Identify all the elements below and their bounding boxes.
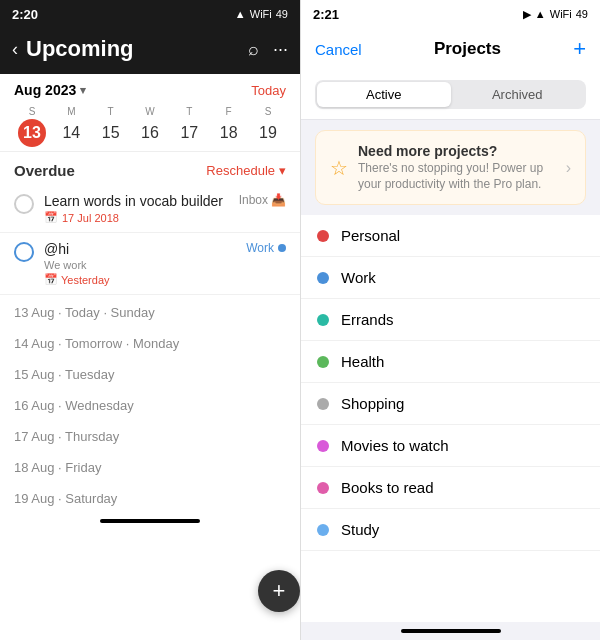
search-icon[interactable]: ⌕ — [248, 39, 259, 60]
left-scroll: Overdue Reschedule ▾ Learn words in voca… — [0, 152, 300, 640]
project-name: Health — [341, 353, 384, 370]
home-bar — [100, 519, 200, 523]
task-subtitle: We work — [44, 259, 236, 271]
projects-list: Personal Work Errands Health Shopping Mo… — [301, 215, 600, 622]
month-row: Aug 2023 ▾ Today — [14, 82, 286, 98]
date-section: Aug 2023 ▾ Today S 13 M 14 T 15 W 16 — [0, 74, 300, 152]
left-status-icons: ▲ WiFi 49 — [235, 8, 288, 20]
signal-icon: ▲ — [535, 8, 546, 20]
back-button[interactable]: ‹ — [12, 39, 18, 60]
date-divider-6: 18 Aug · Friday — [0, 450, 300, 481]
inbox-icon: 📥 — [271, 193, 286, 207]
chevron-down-icon: ▾ — [279, 163, 286, 178]
right-header: Cancel Projects + — [301, 28, 600, 72]
calendar-icon: 📅 — [44, 211, 58, 224]
star-icon: ☆ — [330, 156, 348, 180]
day-18[interactable]: 18 — [215, 119, 243, 147]
day-col-mon[interactable]: M 14 — [53, 106, 89, 147]
project-item-2[interactable]: Errands — [301, 299, 600, 341]
day-col-sun[interactable]: S 13 — [14, 106, 50, 147]
home-bar-right — [401, 629, 501, 633]
left-header: ‹ Upcoming ⌕ ··· — [0, 28, 300, 74]
task-project-badge: Work — [246, 241, 286, 255]
tab-archived[interactable]: Archived — [451, 82, 585, 107]
left-time: 2:20 — [12, 7, 38, 22]
overdue-section: Overdue Reschedule ▾ — [0, 152, 300, 185]
task-content: Learn words in vocab builder 📅 17 Jul 20… — [44, 193, 229, 224]
project-item-0[interactable]: Personal — [301, 215, 600, 257]
segment-wrapper: Active Archived — [315, 80, 586, 109]
day-col-thu[interactable]: T 17 — [171, 106, 207, 147]
segment-control: Active Archived — [301, 72, 600, 120]
day-col-sat[interactable]: S 19 — [250, 106, 286, 147]
work-label: Work — [246, 241, 274, 255]
right-status-bar: 2:21 ▶ ▲ WiFi 49 — [301, 0, 600, 28]
date-divider-1: 13 Aug · Today · Sunday — [0, 295, 300, 326]
chevron-down-icon: ▾ — [80, 84, 86, 97]
day-15[interactable]: 15 — [97, 119, 125, 147]
project-dot — [317, 398, 329, 410]
right-panel: 2:21 ▶ ▲ WiFi 49 Cancel Projects + Activ… — [300, 0, 600, 640]
project-name: Work — [341, 269, 376, 286]
date-divider-4: 16 Aug · Wednesday — [0, 388, 300, 419]
project-name: Books to read — [341, 479, 434, 496]
add-task-fab[interactable]: + — [258, 570, 300, 612]
project-name: Personal — [341, 227, 400, 244]
page-title: Upcoming — [26, 36, 134, 62]
date-divider-7: 19 Aug · Saturday — [0, 481, 300, 512]
day-14[interactable]: 14 — [57, 119, 85, 147]
project-item-4[interactable]: Shopping — [301, 383, 600, 425]
date-divider-2: 14 Aug · Tomorrow · Monday — [0, 326, 300, 357]
task-date: 📅 17 Jul 2018 — [44, 211, 229, 224]
task-title: Learn words in vocab builder — [44, 193, 229, 209]
battery-icon: 49 — [276, 8, 288, 20]
more-icon[interactable]: ··· — [273, 39, 288, 60]
project-dot — [317, 314, 329, 326]
project-name: Errands — [341, 311, 394, 328]
project-dot — [317, 272, 329, 284]
project-item-5[interactable]: Movies to watch — [301, 425, 600, 467]
location-icon: ▶ — [523, 8, 531, 21]
left-panel: 2:20 ▲ WiFi 49 ‹ Upcoming ⌕ ··· Aug 2023… — [0, 0, 300, 640]
home-indicator-left — [0, 512, 300, 530]
days-row: S 13 M 14 T 15 W 16 T 17 F 18 — [14, 106, 286, 147]
wifi-icon: WiFi — [550, 8, 572, 20]
reschedule-button[interactable]: Reschedule ▾ — [206, 163, 286, 178]
today-button[interactable]: Today — [251, 83, 286, 98]
project-name: Shopping — [341, 395, 404, 412]
task-item-hi[interactable]: @hi We work 📅 Yesterday Work — [0, 233, 300, 295]
task-item-vocab[interactable]: Learn words in vocab builder 📅 17 Jul 20… — [0, 185, 300, 233]
day-col-wed[interactable]: W 16 — [132, 106, 168, 147]
task-checkbox-blue[interactable] — [14, 242, 34, 262]
tab-active[interactable]: Active — [317, 82, 451, 107]
day-col-fri[interactable]: F 18 — [211, 106, 247, 147]
project-name: Movies to watch — [341, 437, 449, 454]
project-item-6[interactable]: Books to read — [301, 467, 600, 509]
promo-card[interactable]: ☆ Need more projects? There's no stoppin… — [315, 130, 586, 205]
date-divider-3: 15 Aug · Tuesday — [0, 357, 300, 388]
project-dot — [317, 230, 329, 242]
month-label[interactable]: Aug 2023 ▾ — [14, 82, 86, 98]
day-17[interactable]: 17 — [175, 119, 203, 147]
day-col-tue[interactable]: T 15 — [93, 106, 129, 147]
date-divider-5: 17 Aug · Thursday — [0, 419, 300, 450]
promo-title: Need more projects? — [358, 143, 556, 159]
calendar-icon-red: 📅 — [44, 273, 58, 286]
day-13[interactable]: 13 — [18, 119, 46, 147]
task-title-hi: @hi — [44, 241, 236, 257]
day-16[interactable]: 16 — [136, 119, 164, 147]
project-item-3[interactable]: Health — [301, 341, 600, 383]
work-dot — [278, 244, 286, 252]
cancel-button[interactable]: Cancel — [315, 41, 362, 58]
inbox-badge: Inbox 📥 — [239, 193, 286, 207]
project-item-1[interactable]: Work — [301, 257, 600, 299]
overdue-label: Overdue — [14, 162, 75, 179]
task-checkbox[interactable] — [14, 194, 34, 214]
projects-title: Projects — [434, 39, 501, 59]
right-time: 2:21 — [313, 7, 339, 22]
task-content-hi: @hi We work 📅 Yesterday — [44, 241, 236, 286]
project-item-7[interactable]: Study — [301, 509, 600, 551]
chevron-right-icon: › — [566, 159, 571, 177]
add-project-button[interactable]: + — [573, 36, 586, 62]
day-19[interactable]: 19 — [254, 119, 282, 147]
